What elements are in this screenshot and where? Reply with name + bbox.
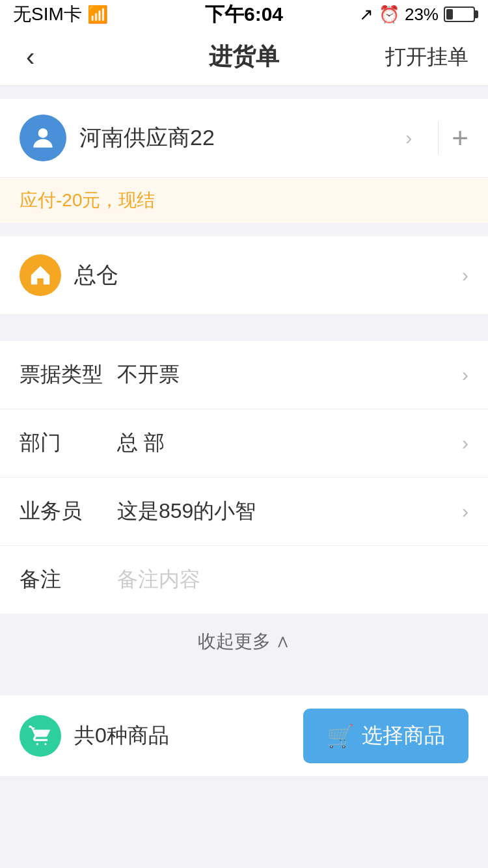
salesperson-label: 业务员	[20, 497, 104, 526]
remark-input[interactable]: 备注内容	[104, 565, 468, 594]
add-button[interactable]: +	[452, 122, 468, 154]
status-time: 下午6:04	[205, 1, 283, 28]
warehouse-row[interactable]: 总仓 ›	[0, 236, 488, 315]
nav-bar: ‹ 进货单 打开挂单	[0, 29, 488, 86]
warehouse-label: 总仓	[74, 260, 462, 290]
page-title: 进货单	[209, 41, 279, 73]
salesperson-row[interactable]: 业务员 这是859的小智 ›	[0, 478, 488, 546]
cart-icon	[28, 724, 53, 748]
person-icon	[29, 124, 57, 152]
supplier-name: 河南供应商22	[79, 123, 405, 153]
remark-row[interactable]: 备注 备注内容	[0, 546, 488, 614]
invoice-type-label: 票据类型	[20, 360, 104, 389]
gap-1	[0, 86, 488, 99]
status-right: ↗ ⏰ 23%	[359, 5, 475, 25]
location-icon: ↗	[359, 5, 373, 25]
invoice-type-value: 不开票	[104, 360, 462, 389]
product-bar: 共0种商品 🛒 选择商品	[0, 696, 488, 777]
warehouse-chevron-icon: ›	[462, 264, 468, 286]
wifi-icon: 📶	[87, 5, 108, 25]
svg-point-1	[36, 743, 38, 745]
gap-2	[0, 223, 488, 236]
salesperson-chevron-icon: ›	[462, 500, 468, 522]
vertical-divider	[438, 122, 439, 154]
product-icon-circle	[20, 715, 61, 757]
svg-point-2	[44, 743, 46, 745]
battery-text: 23%	[405, 5, 439, 25]
salesperson-value: 这是859的小智	[104, 497, 462, 526]
carrier-text: 无SIM卡	[13, 2, 82, 27]
status-left: 无SIM卡 📶	[13, 2, 108, 27]
invoice-type-chevron-icon: ›	[462, 364, 468, 386]
product-count-label: 共0种商品	[74, 722, 303, 750]
invoice-type-row[interactable]: 票据类型 不开票 ›	[0, 341, 488, 409]
svg-point-0	[38, 128, 48, 138]
warehouse-icon-circle	[20, 254, 61, 296]
department-row[interactable]: 部门 总 部 ›	[0, 409, 488, 478]
open-pending-button[interactable]: 打开挂单	[385, 43, 468, 72]
supplier-avatar	[20, 115, 66, 161]
back-button[interactable]: ‹	[20, 36, 41, 78]
collapse-bar[interactable]: 收起更多 ∧	[0, 614, 488, 670]
supplier-chevron-icon: ›	[405, 127, 412, 149]
supplier-row[interactable]: 河南供应商22 › +	[0, 99, 488, 178]
status-bar: 无SIM卡 📶 下午6:04 ↗ ⏰ 23%	[0, 0, 488, 29]
gap-3	[0, 315, 488, 328]
warehouse-icon	[28, 263, 53, 288]
collapse-label: 收起更多 ∧	[198, 631, 291, 651]
alarm-icon: ⏰	[379, 5, 400, 25]
supplier-section: 河南供应商22 › + 应付-20元，现结	[0, 99, 488, 223]
department-value: 总 部	[104, 429, 462, 457]
select-product-button[interactable]: 🛒 选择商品	[303, 709, 468, 763]
select-product-label: 选择商品	[362, 722, 445, 750]
department-label: 部门	[20, 429, 104, 457]
bottom-area	[0, 777, 488, 868]
notice-bar: 应付-20元，现结	[0, 178, 488, 223]
gap-4	[0, 670, 488, 683]
form-section: 票据类型 不开票 › 部门 总 部 › 业务员 这是859的小智 › 备注 备注…	[0, 341, 488, 614]
remark-label: 备注	[20, 565, 104, 594]
select-product-icon: 🛒	[327, 723, 354, 749]
department-chevron-icon: ›	[462, 432, 468, 454]
battery-icon	[444, 7, 475, 22]
